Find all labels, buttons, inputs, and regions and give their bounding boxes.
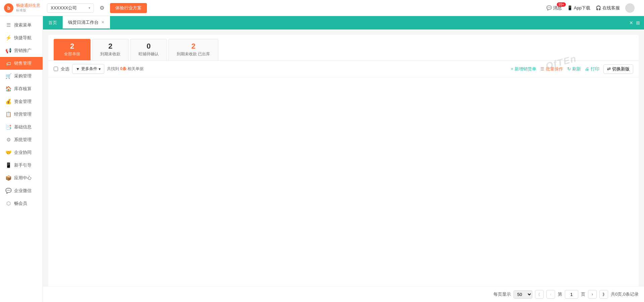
app-download-button[interactable]: 📱 App下载 xyxy=(567,5,590,11)
total-text: 共0页,0条记录 xyxy=(611,291,639,297)
sidebar-item-purchase[interactable]: 🛒 采购管理 xyxy=(0,70,43,82)
filter-chevron-icon: ▾ xyxy=(99,67,101,71)
header-right: 💬 消息 99+ 📱 App下载 🎧 在线客服 xyxy=(546,3,640,13)
print-label: 打印 xyxy=(591,66,599,72)
sidebar-label-quick: 快捷导航 xyxy=(14,35,32,41)
batch-operation-button[interactable]: ☰ 批量操作 xyxy=(540,66,563,72)
messages-button[interactable]: 💬 消息 99+ xyxy=(546,5,562,11)
chevron-down-icon: ▾ xyxy=(89,6,90,10)
refresh-icon: ↻ xyxy=(567,66,571,71)
tab-close-icon[interactable]: ✕ xyxy=(629,20,633,25)
sidebar-item-inventory[interactable]: 🏠 库存核算 xyxy=(0,82,43,95)
logo-text: 畅捷通好生意 xyxy=(16,3,40,8)
company-selector[interactable]: XXXXXX公司 ▾ xyxy=(47,3,94,13)
tab-home-label: 首页 xyxy=(48,20,57,26)
sidebar-item-sales[interactable]: 🏷 销售管理 xyxy=(0,57,43,70)
stat-num-all: 2 xyxy=(62,42,82,51)
stat-tab-overdue[interactable]: 2 到期未收款 xyxy=(92,39,129,60)
online-service-button[interactable]: 🎧 在线客服 xyxy=(596,5,620,11)
stat-num-pending: 0 xyxy=(139,42,159,51)
avatar[interactable] xyxy=(625,3,635,13)
online-service-label: 在线客服 xyxy=(602,5,620,11)
toolbar-right: + 新增销货单 ☰ 批量操作 ↻ 刷新 🖨 打印 ⇄ 切换新版 xyxy=(511,64,633,74)
finance-icon: 💰 xyxy=(5,99,11,105)
page-label-current: 第 xyxy=(558,291,562,297)
sidebar-item-operations[interactable]: 📋 经营管理 xyxy=(0,108,43,121)
top-header: b 畅捷通好生意 标准版 XXXXXX公司 ▾ ⚙ 体验行业方案 💬 消息 99… xyxy=(0,0,644,16)
trial-button[interactable]: 体验行业方案 xyxy=(110,3,147,13)
sidebar-item-quick-nav[interactable]: ⚡ 快捷导航 xyxy=(0,32,43,44)
more-filter-button[interactable]: ▼ 更多条件 ▾ xyxy=(72,64,104,74)
tab-bar: 首页 钱货日清工作台 ✕ ✕ ⊞ xyxy=(43,16,644,29)
tab-close-icon[interactable]: ✕ xyxy=(101,20,104,24)
sidebar-item-guide[interactable]: 📱 新手引导 xyxy=(0,159,43,172)
page-number-input[interactable] xyxy=(565,290,578,299)
sidebar-label-marketing: 营销推广 xyxy=(14,48,32,54)
page-label-unit: 页 xyxy=(581,291,585,297)
stat-label-shipped: 到期未收款 已出库 xyxy=(177,51,210,57)
tab-workbench[interactable]: 钱货日清工作台 ✕ xyxy=(63,16,110,29)
page-first-button[interactable]: ⟪ xyxy=(535,290,544,299)
select-all-checkbox[interactable] xyxy=(54,67,58,71)
sidebar: ☰ 搜索菜单 ⚡ 快捷导航 📢 营销推广 🏷 销售管理 🛒 采购管理 🏠 库存核… xyxy=(0,0,43,302)
main-content: 2 全部单据 2 到期未收款 0 旺辅待确认 2 到期未收款 已出库 全选 xyxy=(43,29,644,302)
page-prev-button[interactable]: ‹ xyxy=(546,290,555,299)
stat-tab-shipped[interactable]: 2 到期未收款 已出库 xyxy=(168,39,218,60)
logo-badge: 标准版 xyxy=(16,8,40,13)
sidebar-label-system: 系统管理 xyxy=(14,137,32,143)
stat-tab-pending[interactable]: 0 旺辅待确认 xyxy=(130,39,167,60)
stat-tab-all[interactable]: 2 全部单据 xyxy=(54,39,91,60)
operations-icon: 📋 xyxy=(5,111,11,117)
phone-icon: 📱 xyxy=(567,5,573,10)
add-sale-order-button[interactable]: + 新增销货单 xyxy=(511,66,536,72)
more-filter-label: 更多条件 xyxy=(81,66,97,72)
company-name: XXXXXX公司 xyxy=(51,5,77,11)
sidebar-item-system[interactable]: ⚙ 系统管理 xyxy=(0,133,43,146)
sidebar-label-member: 畅会员 xyxy=(14,200,27,206)
page-next-button[interactable]: › xyxy=(588,290,597,299)
print-button[interactable]: 🖨 打印 xyxy=(585,66,599,72)
stat-label-overdue: 到期未收款 xyxy=(100,51,120,57)
sidebar-item-marketing[interactable]: 📢 营销推广 xyxy=(0,44,43,57)
marketing-icon: 📢 xyxy=(5,48,11,54)
sidebar-item-app-center[interactable]: 📦 应用中心 xyxy=(0,172,43,184)
basic-info-icon: 📑 xyxy=(5,124,11,130)
purchase-icon: 🛒 xyxy=(5,73,11,79)
sidebar-item-enterprise-wechat[interactable]: 💬 企业微信 xyxy=(0,184,43,197)
sidebar-label-app-center: 应用中心 xyxy=(14,175,32,181)
sidebar-item-member[interactable]: ⬡ 畅会员 xyxy=(0,197,43,210)
sidebar-item-basic-info[interactable]: 📑 基础信息 xyxy=(0,121,43,133)
system-icon: ⚙ xyxy=(5,137,11,143)
messages-badge: 99+ xyxy=(557,2,566,7)
stat-tabs: 2 全部单据 2 到期未收款 0 旺辅待确认 2 到期未收款 已出库 xyxy=(48,35,639,61)
result-suffix: 相关单据 xyxy=(127,66,144,71)
sidebar-item-search-menu[interactable]: ☰ 搜索菜单 xyxy=(0,19,43,32)
tab-workbench-label: 钱货日清工作台 xyxy=(68,19,99,25)
logo-icon: b xyxy=(4,3,13,13)
sidebar-nav: ☰ 搜索菜单 ⚡ 快捷导航 📢 营销推广 🏷 销售管理 🛒 采购管理 🏠 库存核… xyxy=(0,16,43,210)
select-all-label: 全选 xyxy=(61,66,69,72)
sales-icon: 🏷 xyxy=(5,61,11,66)
page-last-button[interactable]: ⟫ xyxy=(599,290,608,299)
page-size-label: 每页显示 xyxy=(493,291,511,297)
sidebar-item-enterprise[interactable]: 🤝 企业协同 xyxy=(0,146,43,159)
result-text: 共找到 0条 相关单据 xyxy=(107,66,144,72)
page-size-select[interactable]: 50 10 20 100 xyxy=(514,290,532,299)
filter-icon: ▼ xyxy=(76,67,80,71)
batch-icon: ☰ xyxy=(540,66,544,71)
settings-button[interactable]: ⚙ xyxy=(97,3,107,13)
refresh-button[interactable]: ↻ 刷新 xyxy=(567,66,581,72)
sidebar-item-finance[interactable]: 💰 资金管理 xyxy=(0,95,43,108)
app-download-label: App下载 xyxy=(574,5,590,11)
member-icon: ⬡ xyxy=(5,200,11,206)
app-center-icon: 📦 xyxy=(5,175,11,181)
stat-num-shipped: 2 xyxy=(177,42,210,51)
headset-icon: 🎧 xyxy=(596,5,601,10)
message-icon: 💬 xyxy=(546,5,552,10)
inventory-icon: 🏠 xyxy=(5,86,11,92)
tab-expand-icon[interactable]: ⊞ xyxy=(636,20,640,25)
sidebar-label-search: 搜索菜单 xyxy=(14,22,32,28)
tab-home[interactable]: 首页 xyxy=(43,16,63,29)
sidebar-label-guide: 新手引导 xyxy=(14,162,32,168)
switch-version-button[interactable]: ⇄ 切换新版 xyxy=(603,64,633,74)
